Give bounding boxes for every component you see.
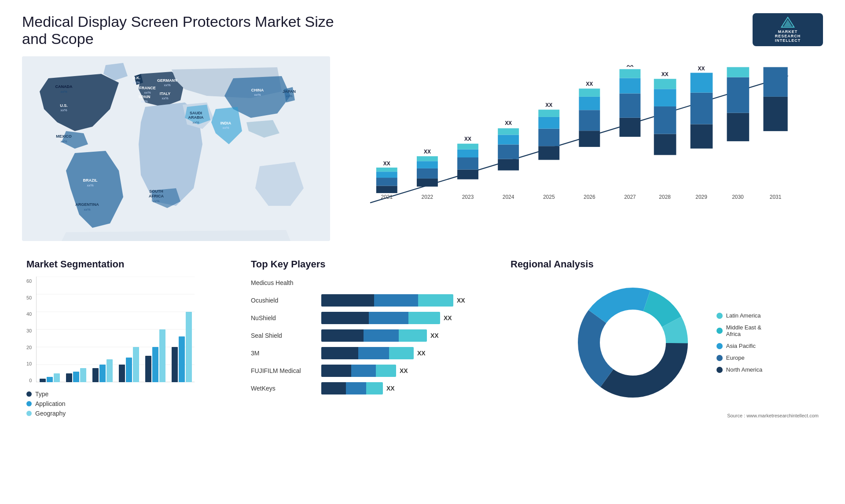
player-value-wetkeys: XX <box>386 385 395 392</box>
svg-rect-36 <box>376 178 397 186</box>
svg-text:xx%: xx% <box>84 208 90 212</box>
page-title: Medical Display Screen Protectors Market… <box>22 13 352 47</box>
svg-rect-89 <box>727 77 749 113</box>
svg-rect-42 <box>417 168 438 179</box>
svg-text:AFRICA: AFRICA <box>149 194 164 198</box>
svg-rect-79 <box>654 89 676 106</box>
svg-text:CHINA: CHINA <box>251 88 264 92</box>
svg-rect-107 <box>54 373 60 382</box>
source-text: Source : www.marketresearchintellect.com <box>511 413 819 418</box>
svg-rect-108 <box>66 373 72 382</box>
logo-icon <box>779 17 797 28</box>
svg-rect-35 <box>376 186 397 193</box>
svg-rect-114 <box>119 365 125 382</box>
svg-rect-71 <box>620 118 641 137</box>
svg-rect-116 <box>133 347 139 382</box>
svg-text:xx%: xx% <box>164 83 170 87</box>
svg-text:XX: XX <box>505 120 512 126</box>
bar-seg1 <box>321 365 351 377</box>
bar-seg2 <box>346 382 366 394</box>
svg-rect-109 <box>73 372 79 382</box>
growth-chart-container: XX 2021 XX 2022 XX <box>339 56 823 241</box>
growth-chart-svg: XX 2021 XX 2022 XX <box>348 65 814 219</box>
bar-seg2 <box>358 347 389 359</box>
player-bar-3m: XX <box>321 347 489 359</box>
player-value-sealshield: XX <box>430 332 439 339</box>
svg-rect-88 <box>727 113 749 141</box>
player-bar-nushield: XX <box>321 312 489 324</box>
svg-text:2023: 2023 <box>462 194 474 200</box>
svg-marker-1 <box>784 19 792 26</box>
legend-europe: Europe <box>716 354 762 361</box>
svg-text:xx%: xx% <box>254 93 261 97</box>
player-value-fujifilm: XX <box>400 367 408 374</box>
svg-rect-113 <box>107 359 113 382</box>
svg-text:2029: 2029 <box>695 194 707 200</box>
segmentation-chart: 60 50 40 30 20 10 0 <box>26 277 229 384</box>
player-bar-medicus <box>321 277 489 289</box>
svg-text:XX: XX <box>586 81 593 87</box>
svg-text:XX: XX <box>698 66 705 72</box>
svg-text:xx%: xx% <box>87 183 93 187</box>
bar-seg3 <box>408 312 440 324</box>
player-bar-sealshield: XX <box>321 329 489 342</box>
svg-text:xx%: xx% <box>286 94 292 98</box>
legend-label-type: Type <box>35 391 48 398</box>
bar-seg1 <box>321 294 374 307</box>
svg-rect-83 <box>691 124 713 148</box>
svg-text:CANADA: CANADA <box>55 84 73 89</box>
svg-rect-80 <box>654 79 676 89</box>
player-row-sealshield: Seal Shield XX <box>251 329 489 342</box>
svg-text:SOUTH: SOUTH <box>149 189 163 194</box>
top-section: CANADA xx% U.S. xx% MEXICO xx% BRAZIL xx… <box>22 56 823 241</box>
svg-text:U.S.: U.S. <box>60 103 68 108</box>
segmentation-title: Market Segmentation <box>26 259 229 270</box>
bar-seg2 <box>364 329 399 342</box>
player-row-nushield: NuShield XX <box>251 312 489 324</box>
player-bar-fill-fujifilm <box>321 365 396 377</box>
regional-title: Regional Analysis <box>511 259 819 270</box>
svg-rect-54 <box>498 145 519 159</box>
bar-seg3 <box>399 329 427 342</box>
svg-text:SAUDI: SAUDI <box>190 111 202 115</box>
player-name-3m: 3M <box>251 350 317 357</box>
label-latin-america: Latin America <box>726 312 761 319</box>
svg-text:MEXICO: MEXICO <box>56 134 72 139</box>
svg-point-134 <box>600 310 665 375</box>
seg-legend: Type Application Geography <box>26 391 229 417</box>
svg-rect-61 <box>538 117 559 129</box>
bottom-section: Market Segmentation 60 50 40 30 20 10 0 <box>22 254 823 448</box>
player-value-3m: XX <box>417 350 426 357</box>
legend-north-america: North America <box>716 366 762 373</box>
player-bar-fill-wetkeys <box>321 382 383 394</box>
legend-label-app: Application <box>35 400 66 407</box>
svg-text:XX: XX <box>383 161 390 167</box>
dot-europe <box>716 355 723 361</box>
player-name-medicus: Medicus Health <box>251 279 317 286</box>
label-europe: Europe <box>726 354 745 361</box>
bar-seg3 <box>418 294 453 307</box>
svg-text:xx%: xx% <box>162 96 168 100</box>
world-map-svg: CANADA xx% U.S. xx% MEXICO xx% BRAZIL xx… <box>22 56 330 241</box>
svg-text:xx%: xx% <box>222 126 229 130</box>
player-bar-fill-3m <box>321 347 414 359</box>
player-name-fujifilm: FUJIFILM Medical <box>251 367 317 374</box>
svg-rect-59 <box>538 146 559 160</box>
player-name-nushield: NuShield <box>251 314 317 321</box>
legend-latin-america: Latin America <box>716 312 762 319</box>
bar-seg3 <box>366 382 383 394</box>
player-name-wetkeys: WetKeys <box>251 385 317 392</box>
svg-rect-105 <box>40 379 46 382</box>
player-bar-fill-nushield <box>321 312 440 324</box>
svg-text:U.K.: U.K. <box>132 76 140 80</box>
bar-seg2 <box>369 312 408 324</box>
player-name-ocushield: Ocushield <box>251 297 317 304</box>
svg-rect-90 <box>727 67 749 77</box>
svg-text:xx%: xx% <box>192 121 199 124</box>
svg-rect-84 <box>691 93 713 124</box>
svg-rect-119 <box>159 329 165 382</box>
svg-text:XX: XX <box>545 102 552 108</box>
svg-rect-117 <box>145 356 151 382</box>
player-name-sealshield: Seal Shield <box>251 332 317 339</box>
svg-text:xx%: xx% <box>60 139 67 143</box>
